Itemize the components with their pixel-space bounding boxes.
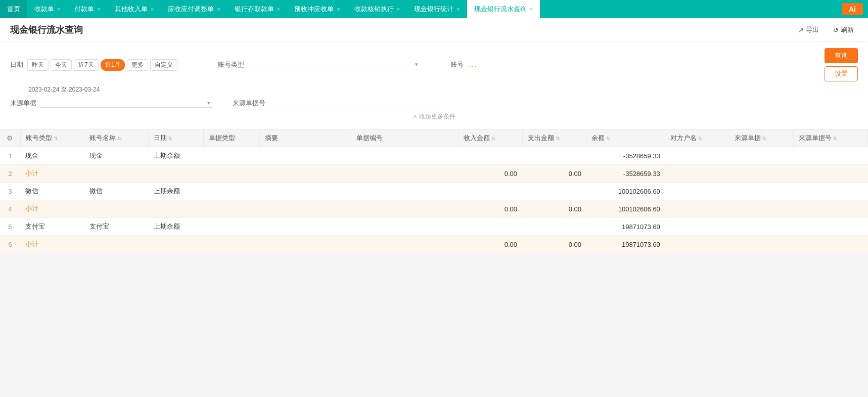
cell-doc-type (204, 236, 259, 253)
cell-summary (259, 147, 351, 165)
col-source-doc-no[interactable]: 来源单据号 (794, 129, 868, 147)
nav-ar-ap-adjust-close[interactable]: × (217, 6, 220, 12)
nav-bank-deposit[interactable]: 银行存取款单 × (227, 0, 287, 18)
sort-balance-icon (606, 136, 610, 141)
account-type-select[interactable]: ▾ (248, 60, 420, 69)
account-label: 账号 (450, 60, 464, 69)
nav-cash-bank-stat[interactable]: 现金银行统计 × (407, 0, 467, 18)
cell-account-name (84, 165, 149, 183)
col-account-name[interactable]: 账号名称 (84, 129, 149, 147)
cell-source-doc (729, 147, 794, 165)
nav-advance-receipt[interactable]: 预收冲应收单 × (287, 0, 347, 18)
page-header: 现金银行流水查询 ↗ 导出 ↺ 刷新 (0, 18, 868, 42)
sort-account-name-icon (117, 136, 121, 141)
source-doc-no-input[interactable] (269, 98, 441, 108)
cell-date (149, 236, 204, 253)
date-btn-custom[interactable]: 自定义 (150, 59, 177, 71)
cell-counterpart (665, 200, 729, 218)
nav-payment-close[interactable]: × (97, 6, 100, 12)
nav-collection-exec[interactable]: 收款核销执行 × (347, 0, 407, 18)
settings-col-icon[interactable]: ⚙ (7, 134, 13, 142)
cell-source-doc-no (794, 236, 868, 253)
sort-expense-icon (556, 136, 560, 141)
cell-balance: 100102606.60 (586, 183, 665, 200)
cell-date: 上期余额 (149, 147, 204, 165)
cell-summary (259, 165, 351, 183)
col-doc-type[interactable]: 单据类型 (204, 129, 259, 147)
cell-source-doc (729, 236, 794, 253)
table-row: 3微信微信上期余额100102606.60 (0, 183, 868, 200)
nav-home[interactable]: 首页 (0, 0, 27, 18)
date-buttons: 昨天 今天 近7天 近1月 更多 自定义 (27, 59, 177, 71)
date-btn-today[interactable]: 今天 (51, 59, 72, 71)
cell-counterpart (665, 147, 729, 165)
col-expense[interactable]: 支出金额 (522, 129, 586, 147)
date-btn-more[interactable]: 更多 (127, 59, 148, 71)
nav-cash-bank-flow-close[interactable]: × (530, 6, 533, 12)
nav-receipt-close[interactable]: × (57, 6, 60, 12)
ai-button[interactable]: Ai (842, 3, 863, 15)
cell-counterpart (665, 236, 729, 253)
source-doc-filter-group: 来源单据 ▾ (10, 99, 212, 108)
cell-doc-no (351, 165, 458, 183)
cell-doc-type (204, 200, 259, 218)
nav-receipt[interactable]: 收款单 × (27, 0, 67, 18)
nav-payment-label: 付款单 (74, 5, 94, 14)
settings-button[interactable]: 设置 (825, 66, 858, 81)
col-account-type[interactable]: 账号类型 (20, 129, 84, 147)
cell-summary (259, 200, 351, 218)
cell-balance: 19871073.60 (586, 236, 665, 253)
date-btn-yesterday[interactable]: 昨天 (27, 59, 49, 71)
cell-account-name: 支付宝 (84, 218, 149, 236)
cell-source-doc-no (794, 147, 868, 165)
nav-ar-ap-adjust[interactable]: 应收应付调整单 × (161, 0, 227, 18)
sort-source-doc-no-icon (833, 136, 837, 141)
account-type-filter-group: 账号类型 ▾ (218, 60, 420, 69)
source-doc-arrow-icon: ▾ (207, 100, 210, 106)
col-balance[interactable]: 余额 (586, 129, 665, 147)
nav-cash-bank-stat-close[interactable]: × (456, 6, 460, 12)
cell-doc-type (204, 218, 259, 236)
col-counterpart[interactable]: 对方户名 (665, 129, 729, 147)
cell-balance: 19871073.60 (586, 218, 665, 236)
data-table-wrapper: ⚙ 账号类型 账号名称 日期 单据类型 摘要 单据编号 收入金额 支出金额 余额… (0, 129, 868, 253)
nav-collection-exec-close[interactable]: × (397, 6, 400, 12)
date-btn-7days[interactable]: 近7天 (74, 59, 99, 71)
collapse-bar[interactable]: ∧ 收起更多条件 (10, 110, 858, 125)
nav-collection-exec-label: 收款核销执行 (354, 5, 394, 14)
cell-index: 2 (0, 165, 20, 183)
col-gear[interactable]: ⚙ (0, 129, 20, 147)
nav-advance-receipt-close[interactable]: × (337, 6, 340, 12)
col-source-doc[interactable]: 来源单据 (729, 129, 794, 147)
nav-other-income[interactable]: 其他收入单 × (108, 0, 161, 18)
nav-other-income-close[interactable]: × (151, 6, 154, 12)
nav-payment[interactable]: 付款单 × (67, 0, 107, 18)
date-filter-label: 日期 (10, 60, 23, 69)
cell-source-doc (729, 218, 794, 236)
source-doc-label: 来源单据 (10, 99, 36, 108)
col-income[interactable]: 收入金额 (458, 129, 522, 147)
export-button[interactable]: ↗ 导出 (794, 23, 823, 36)
col-doc-no[interactable]: 单据编号 (351, 129, 458, 147)
page-title: 现金银行流水查询 (10, 24, 83, 36)
nav-bank-deposit-close[interactable]: × (277, 6, 280, 12)
source-doc-select[interactable]: ▾ (40, 99, 212, 108)
col-date[interactable]: 日期 (149, 129, 204, 147)
table-row: 5支付宝支付宝上期余额19871073.60 (0, 218, 868, 236)
cell-income: 0.00 (458, 236, 522, 253)
cell-source-doc-no (794, 183, 868, 200)
account-dots[interactable]: ... (468, 60, 477, 69)
cell-source-doc-no (794, 165, 868, 183)
col-summary[interactable]: 摘要 (259, 129, 351, 147)
header-actions: ↗ 导出 ↺ 刷新 (794, 23, 858, 36)
nav-cash-bank-flow[interactable]: 现金银行流水查询 × (467, 0, 540, 18)
cell-expense (522, 218, 586, 236)
cell-account-type: 小计 (20, 236, 84, 253)
query-button[interactable]: 查询 (825, 48, 858, 63)
cell-income (458, 147, 522, 165)
cell-income (458, 218, 522, 236)
data-table: ⚙ 账号类型 账号名称 日期 单据类型 摘要 单据编号 收入金额 支出金额 余额… (0, 129, 868, 253)
refresh-button[interactable]: ↺ 刷新 (829, 23, 858, 36)
date-btn-1month[interactable]: 近1月 (101, 59, 125, 71)
action-buttons: 查询 设置 (825, 48, 858, 81)
